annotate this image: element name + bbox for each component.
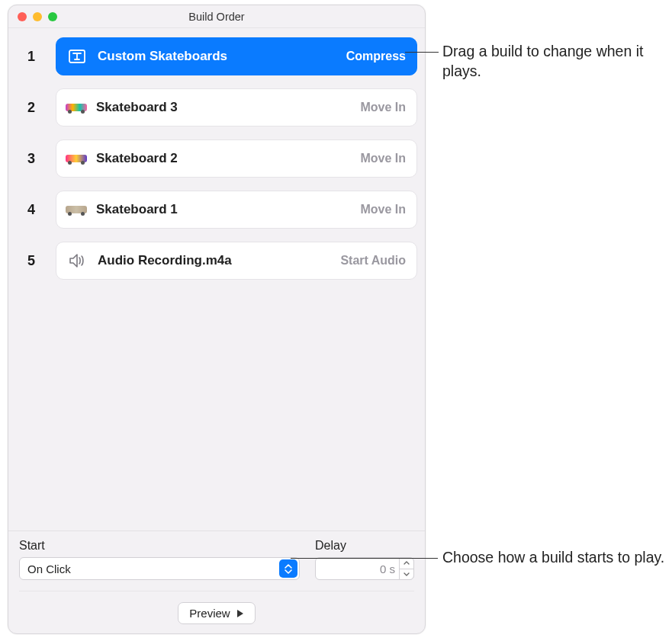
callout-drag: Drag a build to change when it plays.: [442, 41, 671, 82]
build-row: 5 Audio Recording.m4a Start Audio: [16, 242, 417, 280]
text-box-icon: [66, 49, 88, 64]
build-label: Skateboard 1: [96, 202, 360, 217]
stepper-down[interactable]: [400, 569, 413, 580]
play-icon: [236, 609, 244, 618]
build-effect: Move In: [360, 101, 406, 114]
build-row: 2 Skateboard 3 Move In: [16, 88, 417, 127]
build-item-skateboard-1[interactable]: Skateboard 1 Move In: [56, 191, 417, 229]
build-row: 1 Custom Skateboards Compress: [16, 37, 417, 75]
build-effect: Move In: [360, 152, 406, 165]
preview-button[interactable]: Preview: [178, 602, 255, 624]
build-number: 4: [16, 202, 47, 218]
skateboard-thumb-icon: [66, 206, 87, 213]
delay-stepper[interactable]: 0 s: [315, 557, 414, 580]
speaker-icon: [66, 253, 88, 268]
preview-label: Preview: [189, 607, 230, 620]
build-item-skateboard-2[interactable]: Skateboard 2 Move In: [56, 139, 417, 178]
build-order-window: Build Order 1 Custom Skateboards Compres…: [8, 5, 426, 634]
stepper-buttons: [399, 557, 414, 580]
build-number: 5: [16, 253, 47, 269]
zoom-icon[interactable]: [48, 12, 57, 21]
build-effect: Start Audio: [340, 254, 406, 268]
skateboard-thumb-icon: [66, 104, 87, 111]
callout-leader: [405, 52, 439, 53]
build-number: 2: [16, 100, 47, 116]
build-list: 1 Custom Skateboards Compress 2 Skateboa…: [8, 28, 425, 530]
chevron-up-down-icon: [279, 559, 297, 578]
minimize-icon[interactable]: [33, 12, 42, 21]
stepper-up[interactable]: [400, 558, 413, 569]
delay-value: 0 s: [380, 562, 395, 575]
build-item-audio-recording[interactable]: Audio Recording.m4a Start Audio: [56, 242, 417, 280]
build-number: 1: [16, 49, 47, 65]
build-item-custom-skateboards[interactable]: Custom Skateboards Compress: [56, 37, 417, 75]
build-label: Custom Skateboards: [98, 49, 346, 64]
close-icon[interactable]: [18, 12, 27, 21]
start-value: On Click: [27, 562, 71, 575]
build-label: Skateboard 2: [96, 151, 360, 166]
delay-label: Delay: [315, 539, 414, 553]
build-effect: Move In: [360, 203, 406, 216]
build-item-skateboard-3[interactable]: Skateboard 3 Move In: [56, 88, 417, 127]
start-select[interactable]: On Click: [19, 557, 300, 580]
build-number: 3: [16, 151, 47, 167]
traffic-lights: [8, 12, 57, 21]
skateboard-thumb-icon: [66, 155, 87, 162]
callout-start: Choose how a build starts to play.: [442, 547, 664, 567]
callout-leader: [291, 558, 438, 559]
build-row: 3 Skateboard 2 Move In: [16, 139, 417, 178]
build-label: Skateboard 3: [96, 100, 360, 115]
titlebar[interactable]: Build Order: [8, 5, 425, 28]
build-effect: Compress: [346, 50, 406, 63]
build-row: 4 Skateboard 1 Move In: [16, 191, 417, 229]
controls-panel: Start On Click Delay 0 s: [8, 530, 425, 633]
window-title: Build Order: [8, 11, 425, 23]
start-label: Start: [19, 539, 300, 553]
build-label: Audio Recording.m4a: [98, 253, 340, 268]
